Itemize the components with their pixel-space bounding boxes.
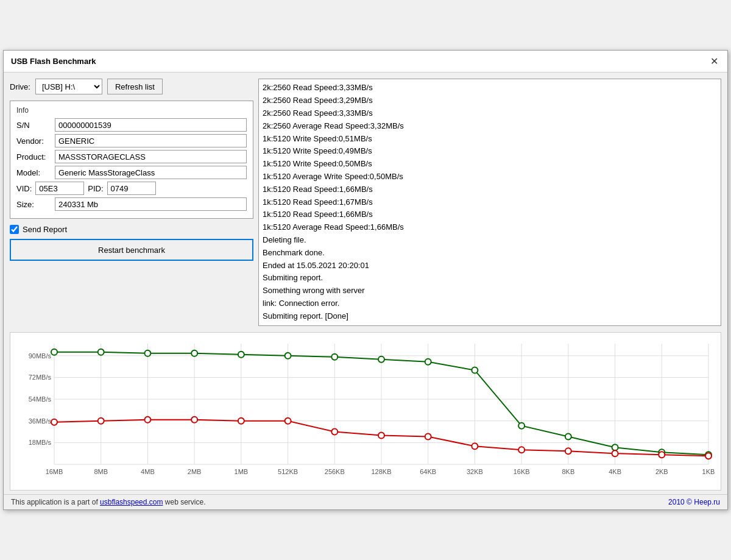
svg-text:256KB: 256KB	[325, 468, 345, 475]
log-panel[interactable]: 2k:2560 Read Speed:3,33MB/s2k:2560 Read …	[258, 79, 721, 325]
size-row: Size:	[16, 197, 247, 211]
log-line: link: Connection error.	[263, 297, 717, 310]
log-line: 1k:5120 Read Speed:1,66MB/s	[263, 183, 717, 196]
svg-text:54MB/s: 54MB/s	[29, 395, 52, 403]
send-report-checkbox[interactable]	[10, 225, 19, 234]
svg-point-49	[425, 358, 431, 364]
svg-text:8KB: 8KB	[562, 468, 574, 475]
restart-benchmark-button[interactable]: Restart benchmark	[10, 239, 253, 261]
svg-text:16MB: 16MB	[46, 468, 63, 475]
log-line: 1k:5120 Write Speed:0,51MB/s	[263, 133, 717, 146]
svg-text:4MB: 4MB	[141, 468, 155, 475]
svg-text:36MB/s: 36MB/s	[29, 417, 52, 424]
size-input[interactable]	[55, 197, 247, 211]
log-line: 2k:2560 Read Speed:3,29MB/s	[263, 94, 717, 107]
drive-label: Drive:	[10, 82, 30, 91]
svg-point-53	[612, 444, 618, 450]
log-line: 1k:5120 Write Speed:0,50MB/s	[263, 158, 717, 171]
benchmark-chart: 18MB/s36MB/s54MB/s72MB/s90MB/s16MB8MB4MB…	[16, 338, 715, 490]
model-label: Model:	[16, 168, 50, 177]
svg-point-50	[471, 367, 478, 373]
product-label: Product:	[16, 152, 50, 161]
svg-point-65	[471, 443, 478, 449]
svg-point-63	[378, 432, 384, 438]
footer-link[interactable]: usbflashspeed.com	[100, 498, 163, 506]
product-input[interactable]	[55, 150, 247, 163]
svg-point-42	[98, 349, 104, 355]
left-panel: Drive: [USB] H:\ Refresh list Info S/N V…	[10, 79, 253, 325]
svg-text:18MB/s: 18MB/s	[29, 439, 52, 446]
vid-pid-row: VID: PID:	[16, 182, 247, 195]
chart-area: 18MB/s36MB/s54MB/s72MB/s90MB/s16MB8MB4MB…	[10, 332, 721, 491]
drive-row: Drive: [USB] H:\ Refresh list	[10, 79, 253, 94]
send-report-row: Send Report	[10, 225, 253, 234]
svg-point-45	[238, 351, 244, 357]
svg-text:32KB: 32KB	[467, 468, 483, 475]
svg-point-57	[98, 417, 104, 424]
main-content: Drive: [USB] H:\ Refresh list Info S/N V…	[4, 73, 727, 331]
svg-text:64KB: 64KB	[420, 468, 436, 475]
svg-text:16KB: 16KB	[514, 468, 530, 475]
svg-point-66	[518, 447, 524, 453]
size-label: Size:	[16, 200, 50, 209]
vid-input[interactable]	[35, 182, 84, 195]
svg-point-59	[191, 416, 197, 422]
app-window: USB Flash Benchmark ✕ Drive: [USB] H:\ R…	[3, 50, 728, 509]
svg-text:72MB/s: 72MB/s	[29, 374, 52, 381]
info-box: Info S/N Vendor: Product: Model:	[10, 101, 253, 219]
close-button[interactable]: ✕	[708, 55, 720, 68]
svg-point-51	[518, 422, 524, 428]
footer-left-suffix: web service.	[165, 498, 206, 506]
refresh-list-button[interactable]: Refresh list	[107, 79, 163, 94]
footer-left-text: This application is a part of	[11, 498, 100, 506]
svg-text:1KB: 1KB	[702, 468, 715, 475]
svg-point-41	[51, 349, 57, 355]
sn-input[interactable]	[55, 118, 247, 132]
vendor-row: Vendor:	[16, 134, 247, 147]
svg-point-52	[565, 433, 571, 439]
title-bar: USB Flash Benchmark ✕	[4, 51, 727, 73]
svg-point-69	[659, 452, 665, 458]
window-title: USB Flash Benchmark	[11, 57, 96, 66]
vendor-input[interactable]	[55, 134, 247, 147]
log-line: 1k:5120 Average Write Speed:0,50MB/s	[263, 171, 717, 183]
model-input[interactable]	[55, 166, 247, 179]
svg-point-58	[144, 416, 150, 422]
log-line: 2k:2560 Read Speed:3,33MB/s	[263, 82, 717, 94]
log-line: 2k:2560 Read Speed:3,33MB/s	[263, 107, 717, 120]
svg-point-44	[191, 350, 197, 356]
svg-text:1MB: 1MB	[235, 468, 249, 475]
sn-row: S/N	[16, 118, 247, 132]
model-row: Model:	[16, 166, 247, 179]
svg-point-47	[331, 353, 337, 360]
svg-text:4KB: 4KB	[609, 468, 621, 475]
svg-point-62	[331, 428, 337, 434]
svg-point-67	[565, 448, 571, 454]
svg-point-46	[285, 352, 291, 358]
log-line: 2k:2560 Average Read Speed:3,32MB/s	[263, 120, 717, 133]
vid-label: VID:	[16, 184, 32, 193]
svg-text:512KB: 512KB	[278, 468, 298, 475]
log-line: Ended at 15.05.2021 20:20:01	[263, 260, 717, 272]
log-line: 1k:5120 Average Read Speed:1,66MB/s	[263, 221, 717, 234]
log-line: Submiting report. [Done]	[263, 310, 717, 323]
product-row: Product:	[16, 150, 247, 163]
log-line: 1k:5120 Write Speed:0,49MB/s	[263, 145, 717, 158]
footer-right: 2010 © Heep.ru	[668, 498, 720, 506]
svg-point-48	[378, 356, 384, 362]
svg-text:8MB: 8MB	[94, 468, 108, 475]
log-line: 1k:5120 Read Speed:1,67MB/s	[263, 196, 717, 209]
log-line: Submiting report.	[263, 272, 717, 285]
drive-select[interactable]: [USB] H:\	[35, 79, 102, 94]
svg-point-60	[238, 417, 244, 424]
pid-input[interactable]	[107, 182, 156, 195]
vendor-label: Vendor:	[16, 136, 50, 146]
pid-label: PID:	[88, 184, 103, 193]
svg-text:2MB: 2MB	[188, 468, 202, 475]
sn-label: S/N	[16, 121, 50, 130]
send-report-label: Send Report	[23, 225, 67, 234]
svg-point-56	[51, 419, 57, 425]
log-line: Something wrong with server	[263, 285, 717, 297]
svg-text:128KB: 128KB	[371, 468, 391, 475]
footer-left: This application is a part of usbflashsp…	[11, 498, 206, 506]
